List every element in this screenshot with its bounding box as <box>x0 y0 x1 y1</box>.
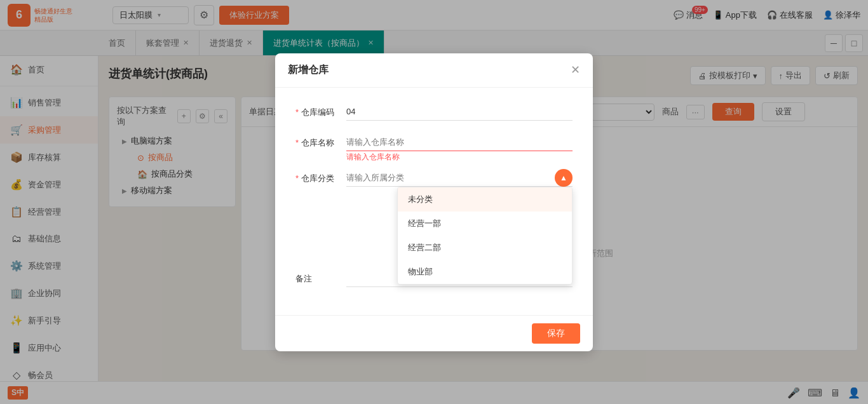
code-label: 仓库编码 <box>295 103 346 118</box>
category-field-row: 仓库分类 ▲ 未分类 经营一部 经营二部 物业部 <box>295 169 573 187</box>
modal-close-button[interactable]: ✕ <box>571 64 580 76</box>
new-warehouse-modal: 新增仓库 ✕ 仓库编码 仓库名称 请输入仓库名称 仓库分类 ▲ <box>275 53 593 351</box>
category-select-wrapper: ▲ 未分类 经营一部 经营二部 物业部 <box>346 169 573 187</box>
code-field-row: 仓库编码 <box>295 103 573 121</box>
modal-footer: 保存 <box>275 315 593 351</box>
category-input[interactable] <box>346 169 573 187</box>
modal-body: 仓库编码 仓库名称 请输入仓库名称 仓库分类 ▲ 未分类 经营一部 <box>275 88 593 315</box>
name-error-msg: 请输入仓库名称 <box>346 152 400 163</box>
dropdown-item-uncategorized[interactable]: 未分类 <box>398 187 572 212</box>
dropdown-item-dept1[interactable]: 经营一部 <box>398 212 572 236</box>
code-input[interactable] <box>346 103 573 121</box>
name-label: 仓库名称 <box>295 133 346 149</box>
save-button[interactable]: 保存 <box>532 323 580 344</box>
modal-header: 新增仓库 ✕ <box>275 53 593 88</box>
name-field-row: 仓库名称 请输入仓库名称 <box>295 133 573 151</box>
dropdown-item-dept3[interactable]: 物业部 <box>398 260 572 284</box>
remark-label: 备注 <box>295 269 346 285</box>
modal-title: 新增仓库 <box>288 64 329 77</box>
dropdown-item-dept2[interactable]: 经营二部 <box>398 236 572 260</box>
category-dropdown: 未分类 经营一部 经营二部 物业部 <box>397 187 573 285</box>
category-dropdown-arrow[interactable]: ▲ <box>555 169 573 187</box>
category-label: 仓库分类 <box>295 169 346 184</box>
name-input[interactable] <box>346 133 573 151</box>
modal-backdrop: 新增仓库 ✕ 仓库编码 仓库名称 请输入仓库名称 仓库分类 ▲ <box>0 0 868 404</box>
